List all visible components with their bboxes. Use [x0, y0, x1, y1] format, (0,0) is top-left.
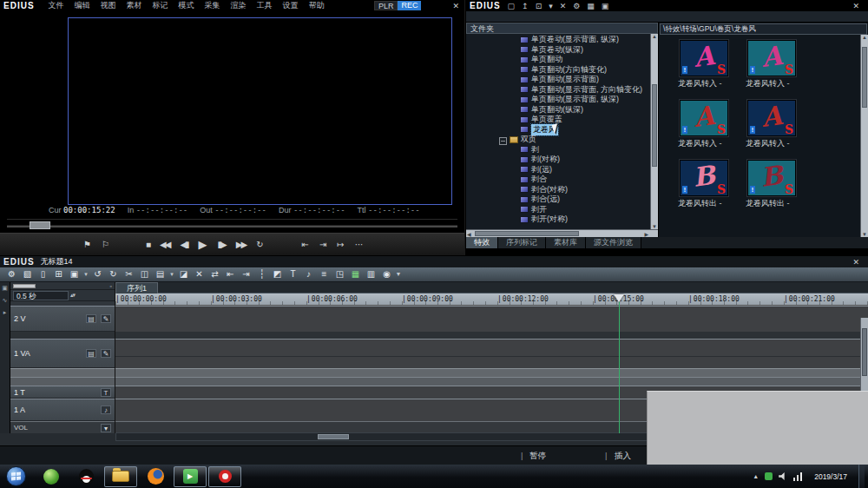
paste-icon[interactable]: ▤ — [153, 267, 168, 281]
collapsed-track[interactable] — [10, 377, 115, 386]
paste-dropdown-icon[interactable]: ▾ — [168, 267, 175, 281]
export-icon[interactable]: ◳ — [332, 267, 347, 281]
title-tool-icon[interactable]: T — [286, 267, 300, 281]
view-mode-icon[interactable]: ▦ — [587, 2, 595, 10]
copy-icon[interactable]: ◫ — [137, 267, 152, 281]
set-out-icon[interactable]: ⚐ — [102, 234, 108, 255]
explorer-taskbar-button[interactable] — [104, 466, 137, 487]
playhead-marker[interactable] — [614, 294, 624, 302]
voiceover-icon[interactable]: ♪ — [301, 267, 316, 281]
play-icon[interactable]: ▶ — [199, 234, 207, 255]
va-track-header[interactable]: 1 VA ▤ ✎ — [10, 339, 115, 368]
lock-icon[interactable]: ▫ — [110, 283, 112, 289]
audio-track-header[interactable]: 1 A ♪ — [10, 399, 115, 421]
cut-icon[interactable]: ✂ — [122, 267, 136, 281]
collapsed-track-lane[interactable] — [115, 368, 868, 377]
clock[interactable]: 2019/3/17 — [809, 472, 852, 481]
tree-item[interactable]: 剥开(对称) — [466, 214, 650, 225]
settings-icon[interactable]: ▼ — [395, 267, 402, 281]
effect-thumbnail[interactable]: A ! S 龙卷风转入 - — [746, 100, 812, 149]
scrollbar-thumb[interactable] — [318, 434, 349, 439]
send-to-timeline-icon[interactable]: ↥ — [522, 2, 529, 10]
delete-icon[interactable]: ✕ — [560, 2, 567, 10]
volume-icon[interactable] — [779, 472, 787, 480]
close-icon[interactable]: ✕ — [847, 2, 865, 10]
tree-horizontal-scrollbar[interactable] — [466, 229, 658, 237]
waveform-icon[interactable]: ∿ — [3, 297, 8, 304]
scrollbar-thumb[interactable] — [475, 231, 579, 236]
menu-item[interactable]: 设置 — [278, 0, 304, 11]
timeline-ruler[interactable]: 00:00:00:0000:00:03:0000:00:06:0000:00:0… — [115, 293, 868, 306]
recorder-taskbar-button[interactable] — [208, 466, 241, 487]
network-icon[interactable] — [793, 472, 803, 481]
speaker-icon[interactable]: ♪ — [101, 406, 111, 414]
thumbnail-toggle-icon[interactable]: ▤ — [86, 349, 96, 358]
expand-tracks-icon[interactable]: ▸ — [3, 309, 7, 316]
fast-forward-icon[interactable]: ▶▶ — [236, 234, 246, 255]
match-frame-icon[interactable]: ⇄ — [207, 267, 222, 281]
tree-item[interactable]: 剥(对称) — [466, 155, 650, 165]
more-options-icon[interactable]: ⋯ — [355, 234, 362, 255]
redo-icon[interactable]: ↻ — [106, 267, 121, 281]
menu-item[interactable]: 模式 — [174, 0, 200, 11]
undo-icon[interactable]: ↺ — [90, 267, 105, 281]
playhead-line[interactable] — [619, 300, 620, 433]
close-icon[interactable]: ✕ — [447, 2, 464, 10]
effect-thumbnail[interactable]: B ! S 龙卷风转出 - — [746, 160, 812, 209]
title-track-header[interactable]: 1 T T — [10, 386, 115, 399]
vectorscope-icon[interactable]: ▥ — [364, 267, 378, 281]
sort-dropdown-icon[interactable]: ▾ — [549, 2, 553, 10]
save-dropdown-icon[interactable]: ▾ — [82, 267, 89, 281]
seek-track[interactable] — [7, 225, 457, 228]
tree-item[interactable]: 剥(远) — [466, 165, 650, 175]
collapsed-track-lane[interactable] — [115, 377, 868, 386]
timescale-spinner-icon[interactable]: ▴▾ — [70, 292, 75, 299]
stop-icon[interactable]: ■ — [146, 234, 149, 255]
effect-thumbnail[interactable]: A ! S 龙卷风转入 - — [746, 40, 812, 89]
new-folder-icon[interactable]: ▢ — [508, 2, 516, 10]
properties-icon[interactable]: ⚙ — [573, 2, 580, 10]
next-frame-icon[interactable]: ▮▶ — [218, 234, 226, 255]
seek-thumb[interactable] — [30, 221, 50, 229]
qq-taskbar-button[interactable] — [69, 466, 102, 487]
player-mode-button[interactable]: PLR — [374, 1, 398, 10]
seek-bar[interactable] — [7, 219, 457, 230]
set-out-point-icon[interactable]: ⇥ — [239, 267, 253, 281]
effects-toggle-icon[interactable]: ▧ — [20, 267, 35, 281]
open-project-icon[interactable]: ⊞ — [51, 267, 66, 281]
va-track-lane[interactable] — [115, 339, 868, 368]
video-track-header[interactable]: 2 V ▤ ✎ — [10, 306, 115, 332]
firefox-taskbar-button[interactable] — [139, 466, 172, 487]
goto-in-icon[interactable]: ⇤ — [302, 234, 307, 255]
title-track-icon[interactable]: T — [101, 388, 111, 397]
track-edit-icon[interactable]: ✎ — [101, 349, 111, 358]
browser-taskbar-button[interactable] — [35, 466, 68, 487]
mode-icon[interactable]: ◩ — [270, 267, 285, 281]
collapsed-track[interactable] — [10, 368, 115, 377]
scrollbar-thumb[interactable] — [862, 47, 867, 108]
recorder-mode-button[interactable]: REC — [398, 1, 421, 10]
volume-dropdown-icon[interactable]: ▾ — [101, 424, 111, 432]
thumbnail-vertical-scrollbar[interactable] — [860, 35, 868, 237]
delete-icon[interactable]: ✕ — [192, 267, 207, 281]
render-icon[interactable]: ▦ — [348, 267, 363, 281]
effect-thumbnail[interactable]: A ! S 龙卷风转入 - — [678, 40, 744, 89]
close-icon[interactable]: ✕ — [847, 258, 865, 267]
menu-item[interactable]: 工具 — [252, 0, 278, 11]
add-cut-point-icon[interactable]: ┆ — [254, 267, 269, 281]
scrollbar-thumb[interactable] — [862, 328, 867, 376]
set-in-icon[interactable]: ⚑ — [83, 234, 89, 255]
sequence-tab[interactable]: 序列1 — [115, 282, 158, 293]
new-sequence-icon[interactable]: ▯ — [36, 267, 50, 281]
rewind-icon[interactable]: ◀◀ — [160, 234, 169, 255]
tray-expand-icon[interactable]: ▲ — [753, 473, 759, 479]
tree-item[interactable]: 剥合(远) — [466, 195, 650, 205]
palette-tab[interactable]: 序列标记 — [498, 237, 546, 248]
lock-icon[interactable]: ▣ — [602, 2, 609, 10]
toolbox-icon[interactable]: ⚙ — [4, 267, 19, 281]
menu-item[interactable]: 视图 — [95, 0, 122, 11]
volume-row-header[interactable]: VOL ▾ — [10, 421, 115, 433]
prev-frame-icon[interactable]: ◀▮ — [180, 234, 187, 255]
save-project-icon[interactable]: ▣ — [67, 267, 82, 281]
menu-item[interactable]: 帮助 — [304, 0, 330, 11]
